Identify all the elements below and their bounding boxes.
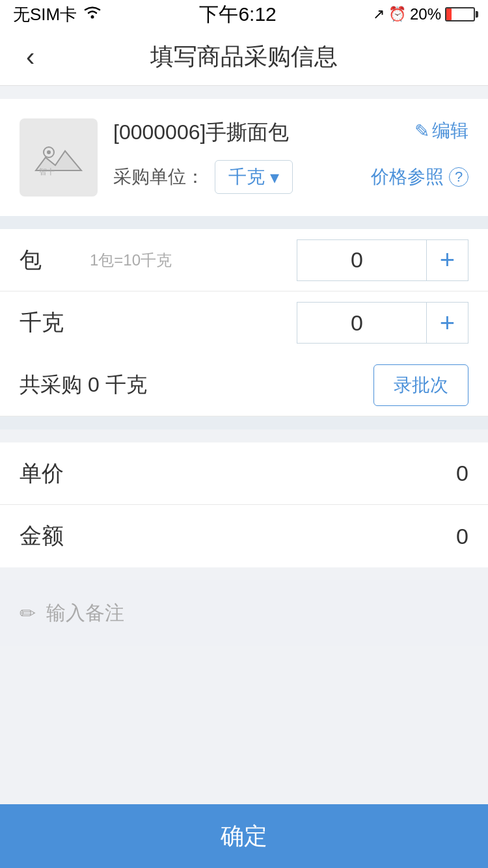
price-section: 单价 0 金额 0 [0, 442, 488, 567]
edit-icon: ✎ [414, 120, 429, 142]
battery-icon [445, 7, 475, 21]
bag-label: 包 [20, 245, 85, 275]
svg-text:智十: 智十 [39, 167, 55, 176]
bag-plus-button[interactable]: + [427, 239, 468, 281]
bag-field-wrap: + [297, 239, 468, 281]
divider-2 [0, 416, 488, 429]
product-name-row: [0000006]手撕面包 ✎ 编辑 [113, 118, 468, 147]
product-card: 智十 [0000006]手撕面包 ✎ 编辑 采购单位： 千克 ▾ 价格参照 ? [0, 99, 488, 216]
unit-price-label: 单价 [20, 459, 64, 489]
pencil-icon: ✏ [20, 602, 36, 625]
kg-input[interactable] [297, 302, 427, 344]
price-ref-button[interactable]: 价格参照 ? [371, 165, 468, 189]
svg-point-0 [91, 15, 94, 18]
wifi-icon [82, 5, 103, 25]
input-section: 包 1包=10千克 + 千克 + [0, 229, 488, 354]
location-icon: ↗ [373, 6, 385, 23]
battery-percent: 20% [410, 5, 441, 23]
confirm-button[interactable]: 确定 [0, 804, 488, 868]
svg-point-2 [47, 150, 51, 154]
product-image: 智十 [20, 118, 98, 197]
product-info: [0000006]手撕面包 ✎ 编辑 采购单位： 千克 ▾ 价格参照 ? [113, 118, 468, 194]
purchase-unit-label: 采购单位： [113, 165, 204, 189]
price-ref-label: 价格参照 [371, 165, 444, 189]
note-placeholder: 输入备注 [46, 600, 124, 627]
nav-bar: ‹ 填写商品采购信息 [0, 29, 488, 86]
unit-price-row: 单价 0 [0, 442, 488, 505]
kg-label: 千克 [20, 308, 85, 338]
bag-input-row: 包 1包=10千克 + [0, 229, 488, 292]
carrier-label: 无SIM卡 [13, 3, 77, 26]
status-right: ↗ ⏰ 20% [373, 5, 475, 23]
back-button[interactable]: ‹ [20, 36, 41, 78]
status-time: 下午6:12 [199, 1, 276, 28]
status-left: 无SIM卡 [13, 3, 103, 26]
summary-row: 共采购 0 千克 录批次 [0, 354, 488, 416]
unit-price-value: 0 [456, 461, 468, 486]
kg-field-wrap: + [297, 302, 468, 344]
summary-text: 共采购 0 千克 [20, 371, 147, 400]
page-title: 填写商品采购信息 [150, 41, 338, 73]
note-section[interactable]: ✏ 输入备注 [0, 580, 488, 646]
status-bar: 无SIM卡 下午6:12 ↗ ⏰ 20% [0, 0, 488, 29]
purchase-unit-row: 采购单位： 千克 ▾ 价格参照 ? [113, 160, 468, 194]
bag-input[interactable] [297, 239, 427, 281]
kg-plus-button[interactable]: + [427, 302, 468, 344]
bag-sub-label: 1包=10千克 [90, 250, 172, 271]
unit-select[interactable]: 千克 ▾ [215, 160, 293, 194]
amount-label: 金额 [20, 521, 64, 551]
amount-row: 金额 0 [0, 505, 488, 567]
edit-label: 编辑 [432, 118, 468, 143]
spacer [0, 646, 488, 776]
amount-value: 0 [456, 524, 468, 549]
record-batch-button[interactable]: 录批次 [373, 364, 468, 406]
edit-button[interactable]: ✎ 编辑 [414, 118, 468, 143]
question-icon: ? [449, 167, 468, 187]
product-name: [0000006]手撕面包 [113, 118, 289, 147]
divider-1 [0, 216, 488, 229]
alarm-icon: ⏰ [388, 6, 406, 23]
unit-value: 千克 [228, 165, 265, 189]
battery-fill [446, 8, 452, 20]
chevron-down-icon: ▾ [270, 167, 279, 188]
kg-input-row: 千克 + [0, 292, 488, 354]
